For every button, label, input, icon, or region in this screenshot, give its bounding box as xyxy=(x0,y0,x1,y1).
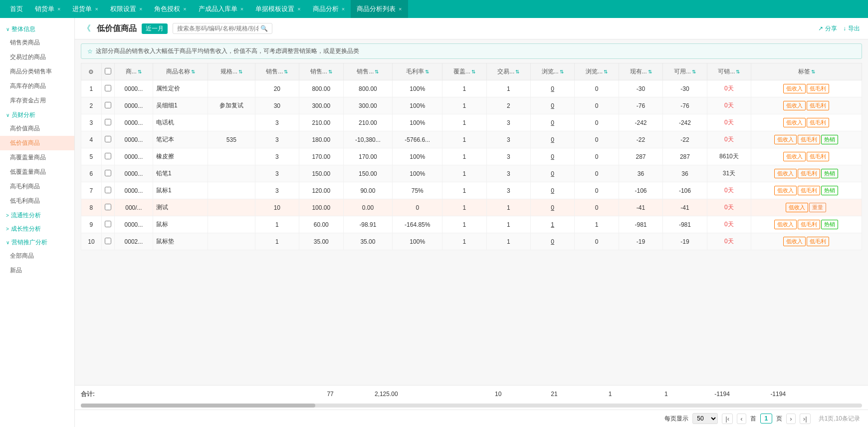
row-browse1[interactable]: 0 xyxy=(530,97,574,114)
sidebar-item-new-products[interactable]: 新品 xyxy=(0,263,74,278)
nav-product-warehouse[interactable]: 产成品入库单 × xyxy=(193,0,249,18)
search-icon[interactable]: 🔍 xyxy=(260,25,268,32)
per-page-select[interactable]: 50 100 200 xyxy=(692,413,718,424)
select-all-checkbox[interactable] xyxy=(105,68,111,74)
col-sale2[interactable]: 销售...⇅ xyxy=(343,63,393,80)
col-name[interactable]: 商品名称⇅ xyxy=(153,63,208,80)
nav-home[interactable]: 首页 xyxy=(4,0,29,18)
col-tags[interactable]: 标签⇅ xyxy=(751,63,862,80)
sidebar-item-high-coverage[interactable]: 高覆盖量商品 xyxy=(0,150,74,165)
top-navigation: 首页 销货单 × 进货单 × 权限设置 × 角色授权 × 产成品入库单 × 单据… xyxy=(0,0,868,18)
sidebar-item-high-stock[interactable]: 高库存的商品 xyxy=(0,79,74,93)
sidebar-item-low-coverage[interactable]: 低覆盖量商品 xyxy=(0,165,74,179)
row-browse1[interactable]: 0 xyxy=(530,148,574,165)
nav-close-icon[interactable]: × xyxy=(183,6,186,12)
row-browse1[interactable]: 0 xyxy=(530,114,574,131)
col-avail[interactable]: 可用...⇅ xyxy=(663,63,707,80)
sidebar-item-sales-products[interactable]: 销售类商品 xyxy=(0,35,74,50)
nav-close-icon[interactable]: × xyxy=(399,6,402,12)
row-checkbox[interactable] xyxy=(105,204,111,210)
col-stock[interactable]: 现有...⇅ xyxy=(619,63,662,80)
col-code[interactable]: 商...⇅ xyxy=(114,63,153,80)
collapse-sidebar-button[interactable]: 《 xyxy=(83,23,91,34)
row-stock: 36 xyxy=(619,165,662,182)
nav-permissions[interactable]: 权限设置 × xyxy=(104,0,148,18)
row-browse2: 0 xyxy=(575,114,619,131)
row-checkbox[interactable] xyxy=(105,102,111,108)
row-checkbox-cell xyxy=(101,97,114,114)
row-trade: 1 xyxy=(486,216,530,233)
nav-close-icon[interactable]: × xyxy=(139,6,142,12)
nav-close-icon[interactable]: × xyxy=(342,6,345,12)
row-checkbox[interactable] xyxy=(105,187,111,193)
nav-close-icon[interactable]: × xyxy=(57,6,60,12)
sidebar-item-high-margin[interactable]: 高毛利商品 xyxy=(0,179,74,194)
first-page-button[interactable]: |‹ xyxy=(722,414,733,424)
sidebar-item-category-sales-rate[interactable]: 商品分类销售率 xyxy=(0,64,74,79)
row-avail: -22 xyxy=(663,131,707,148)
row-checkbox[interactable] xyxy=(105,136,111,142)
sidebar-section-financial[interactable]: ∨ 员财分析 xyxy=(0,108,74,121)
nav-purchase-order[interactable]: 进货单 × xyxy=(66,0,104,18)
row-stock: -22 xyxy=(619,131,662,148)
row-browse1[interactable]: 1 xyxy=(530,216,574,233)
row-checkbox[interactable] xyxy=(105,238,111,244)
prev-page-button[interactable]: ‹ xyxy=(737,414,746,424)
row-sale1: 35.00 xyxy=(299,233,343,250)
scroll-track[interactable] xyxy=(81,404,862,408)
sidebar-item-stock-capital[interactable]: 库存资金占用 xyxy=(0,93,74,108)
sidebar-section-circulation[interactable]: > 流通性分析 xyxy=(0,208,74,222)
row-browse1[interactable]: 0 xyxy=(530,233,574,250)
row-browse1[interactable]: 0 xyxy=(530,80,574,97)
nav-role-auth[interactable]: 角色授权 × xyxy=(148,0,192,18)
sidebar-section-marketing[interactable]: ∨ 营销推广分析 xyxy=(0,235,74,249)
col-checkbox[interactable] xyxy=(101,63,114,80)
nav-close-icon[interactable]: × xyxy=(240,6,243,12)
next-page-button[interactable]: › xyxy=(786,414,795,424)
scroll-thumb[interactable] xyxy=(81,404,315,408)
nav-product-analysis[interactable]: 商品分析 × xyxy=(307,0,351,18)
sidebar-item-high-value[interactable]: 高价值商品 xyxy=(0,121,74,136)
col-browse1[interactable]: 浏览...⇅ xyxy=(530,63,574,80)
col-browse2[interactable]: 浏览...⇅ xyxy=(575,63,619,80)
horizontal-scrollbar[interactable] xyxy=(75,403,868,410)
sidebar-item-traded-products[interactable]: 交易过的商品 xyxy=(0,50,74,64)
period-button[interactable]: 近一月 xyxy=(142,23,168,34)
share-button[interactable]: ↗ 分享 xyxy=(818,24,837,33)
row-qty: 3 xyxy=(255,165,299,182)
row-browse1[interactable]: 0 xyxy=(530,165,574,182)
row-checkbox[interactable] xyxy=(105,221,111,227)
nav-sales-order[interactable]: 销货单 × xyxy=(29,0,66,18)
row-margin: 100% xyxy=(393,114,442,131)
sidebar-section-overall[interactable]: ∨ 整体信息 xyxy=(0,22,74,35)
col-sellable[interactable]: 可销...⇅ xyxy=(707,63,751,80)
nav-product-analysis-list[interactable]: 商品分析列表 × xyxy=(351,0,408,18)
search-input[interactable] xyxy=(177,25,258,32)
col-spec[interactable]: 规格...⇅ xyxy=(208,63,255,80)
nav-close-icon[interactable]: × xyxy=(95,6,98,12)
row-checkbox[interactable] xyxy=(105,85,111,91)
nav-close-icon[interactable]: × xyxy=(297,6,300,12)
sidebar-section-growth[interactable]: > 成长性分析 xyxy=(0,222,74,235)
col-margin[interactable]: 毛利率⇅ xyxy=(393,63,442,80)
row-name: 鼠标垫 xyxy=(153,233,208,250)
col-cover[interactable]: 覆盖...⇅ xyxy=(442,63,486,80)
col-settings[interactable]: ⚙ xyxy=(81,63,102,80)
row-browse1[interactable]: 0 xyxy=(530,199,574,216)
sidebar-item-low-margin[interactable]: 低毛利商品 xyxy=(0,194,74,208)
col-trade[interactable]: 交易...⇅ xyxy=(486,63,530,80)
last-page-button[interactable]: ›| xyxy=(800,414,811,424)
sidebar-item-low-value[interactable]: 低价值商品 xyxy=(0,136,74,150)
row-browse1[interactable]: 0 xyxy=(530,131,574,148)
row-checkbox[interactable] xyxy=(105,170,111,176)
row-browse1[interactable]: 0 xyxy=(530,182,574,199)
row-checkbox[interactable] xyxy=(105,153,111,159)
row-checkbox[interactable] xyxy=(105,119,111,125)
sidebar-item-all-products[interactable]: 全部商品 xyxy=(0,249,74,263)
col-sale1[interactable]: 销售...⇅ xyxy=(299,63,343,80)
export-button[interactable]: ↓ 导出 xyxy=(843,24,860,33)
col-qty[interactable]: 销售...⇅ xyxy=(255,63,299,80)
current-page-number[interactable]: 1 xyxy=(760,414,773,424)
table-row: 60000...铅笔13150.00150.00100%1300363631天低… xyxy=(81,165,862,182)
nav-template-settings[interactable]: 单据模板设置 × xyxy=(249,0,306,18)
